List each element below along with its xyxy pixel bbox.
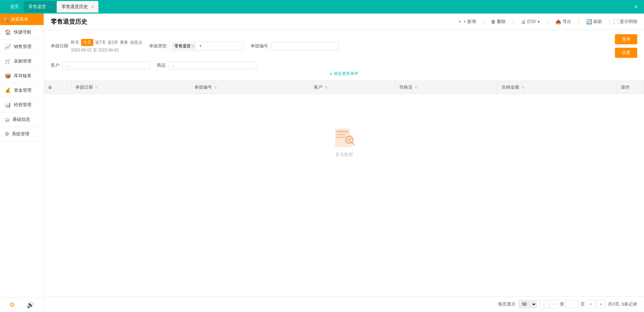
page-size-select[interactable]: 10 20 50 100	[518, 300, 537, 308]
tab-retail-return[interactable]: 零售退货 ×	[24, 1, 56, 13]
window-close-button[interactable]: ×	[631, 3, 641, 10]
header-actions: ＋ + 新增 | 🗑 删除 | 🖨 打印 ▼ | 📤 导出	[454, 17, 637, 26]
volume-icon[interactable]: 🔊	[27, 301, 34, 309]
refresh-button[interactable]: 🔄 刷新	[583, 17, 605, 26]
page-size-label: 每页显示	[498, 301, 516, 307]
separator-4: |	[578, 19, 579, 25]
show-detail-checkbox[interactable]	[614, 19, 618, 24]
type-select[interactable]: 零售退货 × ▼	[169, 42, 244, 51]
page-first-button[interactable]: «	[540, 300, 548, 309]
type-tag-remove[interactable]: ×	[192, 44, 194, 48]
sidebar: 🔍 搜索菜单 🏠 快捷导航 📈 销售管理 🛒 采购管理 📦 库存核算 💰 资金管…	[0, 14, 44, 312]
show-detail-area: 显示明细	[614, 19, 637, 25]
page-prev-button[interactable]: <	[550, 300, 558, 309]
type-filter: 单据类型 零售退货 × ▼	[149, 42, 244, 51]
tab-home-label: 首页	[10, 4, 19, 10]
sidebar-item-quick-nav[interactable]: 🏠 快捷导航	[0, 25, 44, 40]
sidebar-item-sales[interactable]: 📈 销售管理	[0, 40, 44, 54]
tab-retail-return-history-close[interactable]: ×	[91, 5, 93, 9]
sidebar-item-basic-info[interactable]: 🗂 基础信息	[0, 112, 44, 127]
query-button-label: 查询	[622, 37, 630, 42]
sidebar-item-inventory[interactable]: 📦 库存核算	[0, 69, 44, 83]
date-filter-label: 单据日期	[51, 43, 68, 49]
date-opt-today[interactable]: 今天	[81, 39, 93, 46]
sales-icon: 📈	[5, 44, 11, 50]
export-button[interactable]: 📤 导出	[552, 17, 575, 26]
svg-rect-3	[336, 134, 346, 135]
print-button[interactable]: 🖨 打印 ▼	[518, 17, 544, 26]
basic-info-icon: 🗂	[5, 117, 10, 122]
date-filter: 单据日期 昨天 今天 近7天 近1月 更多 自定义 2023-06-02 至 2…	[51, 39, 142, 53]
page-label-suffix: 页	[580, 301, 585, 307]
show-detail-label: 显示明细	[620, 19, 637, 25]
date-options: 昨天 今天 近7天 近1月 更多 自定义	[71, 39, 142, 46]
page-title: 零售退货历史	[51, 18, 87, 26]
page-last-button[interactable]: »	[596, 300, 605, 309]
date-opt-custom[interactable]: 自定义	[130, 40, 142, 45]
settings-icon[interactable]: ⚙	[48, 85, 52, 90]
page-number-input[interactable]: 1	[566, 300, 579, 308]
page-next-button[interactable]: >	[586, 300, 595, 309]
date-opt-yesterday[interactable]: 昨天	[71, 40, 79, 45]
table-header: ⚙ 单据日期 ⇅ 单据编号 ⇅	[44, 81, 644, 94]
tab-retail-return-label: 零售退货	[28, 4, 46, 10]
collapse-arrow-icon: ∧	[330, 71, 333, 76]
th-customer-sort-icon[interactable]: ⇅	[325, 86, 328, 89]
separator-2: |	[512, 19, 514, 25]
date-opt-7days[interactable]: 近7天	[95, 40, 106, 45]
th-number-sort-icon[interactable]: ⇅	[214, 86, 217, 89]
customer-filter: 客户	[51, 61, 150, 69]
delete-button[interactable]: 🗑 删除	[487, 17, 509, 26]
export-icon: 📤	[555, 19, 561, 24]
setting-button[interactable]: 设置	[615, 48, 637, 58]
sidebar-item-inventory-label: 库存核算	[14, 73, 31, 79]
tab-retail-return-history[interactable]: 零售退货历史 ×	[57, 1, 98, 13]
sidebar-item-system-label: 系统管理	[12, 131, 29, 137]
svg-point-8	[348, 138, 351, 141]
filter-area: 单据日期 昨天 今天 近7天 近1月 更多 自定义 2023-06-02 至 2…	[44, 30, 644, 81]
pagination-bar: 每页显示 10 20 50 100 « < 第 1 页 > » 共0页, 0条记…	[44, 296, 644, 312]
new-button[interactable]: ＋ + 新增	[454, 17, 479, 26]
tab-home[interactable]: 首页	[6, 1, 23, 13]
goods-input[interactable]	[168, 61, 256, 69]
customer-input[interactable]	[62, 61, 150, 69]
tabs-area: 首页 零售退货 × 零售退货历史 ×	[6, 1, 631, 13]
separator-5: |	[609, 19, 610, 25]
table-check-all[interactable]	[62, 85, 67, 90]
date-opt-more[interactable]: 更多	[120, 40, 128, 45]
page-nav: « < 第 1 页 > »	[540, 300, 605, 309]
date-range-display: 2023-06-02 至 2023-06-02	[71, 47, 142, 53]
sidebar-item-operations[interactable]: 📊 经营管理	[0, 98, 44, 112]
search-icon: 🔍	[3, 17, 9, 22]
th-date-sort-icon[interactable]: ⇅	[95, 86, 98, 89]
date-opt-1month[interactable]: 近1月	[108, 40, 118, 45]
sidebar-item-system[interactable]: ⚙ 系统管理	[0, 127, 44, 141]
th-amount-sort-icon[interactable]: ⇅	[522, 86, 524, 89]
table-header-row: ⚙ 单据日期 ⇅ 单据编号 ⇅	[44, 81, 644, 94]
sidebar-item-quick-nav-label: 快捷导航	[14, 29, 31, 35]
sidebar-bottom: ⚙ 🔊	[0, 297, 44, 312]
sidebar-item-operations-label: 经营管理	[14, 102, 31, 108]
sidebar-item-purchase[interactable]: 🛒 采购管理	[0, 54, 44, 69]
goods-filter: 商品	[157, 61, 256, 69]
th-number: 单据编号 ⇅	[190, 81, 310, 94]
top-bar-right: ×	[631, 3, 641, 10]
page-label-prefix: 第	[560, 301, 564, 307]
number-input[interactable]	[271, 42, 338, 50]
query-button[interactable]: 查询	[615, 34, 637, 44]
sidebar-search-bar[interactable]: 🔍 搜索菜单	[0, 14, 44, 25]
tab-retail-return-close[interactable]: ×	[49, 5, 51, 9]
collapse-button[interactable]: ∧ 收起更多条件	[330, 71, 358, 76]
type-tag-label: 零售退货	[174, 43, 191, 49]
sidebar-item-finance[interactable]: 💰 资金管理	[0, 83, 44, 98]
filter-action-buttons: 查询 设置	[615, 34, 637, 58]
settings-bottom-icon[interactable]: ⚙	[9, 301, 15, 309]
empty-icon	[329, 121, 359, 152]
main-layout: 🔍 搜索菜单 🏠 快捷导航 📈 销售管理 🛒 采购管理 📦 库存核算 💰 资金管…	[0, 14, 644, 312]
data-table: ⚙ 单据日期 ⇅ 单据编号 ⇅	[44, 81, 644, 94]
empty-state: 暂无数据	[44, 94, 644, 185]
filter-row-1: 单据日期 昨天 今天 近7天 近1月 更多 自定义 2023-06-02 至 2…	[51, 34, 637, 58]
separator-1: |	[483, 19, 484, 25]
filter-row-2: 客户 商品	[51, 61, 637, 69]
th-guide-sort-icon[interactable]: ⇅	[415, 86, 418, 89]
